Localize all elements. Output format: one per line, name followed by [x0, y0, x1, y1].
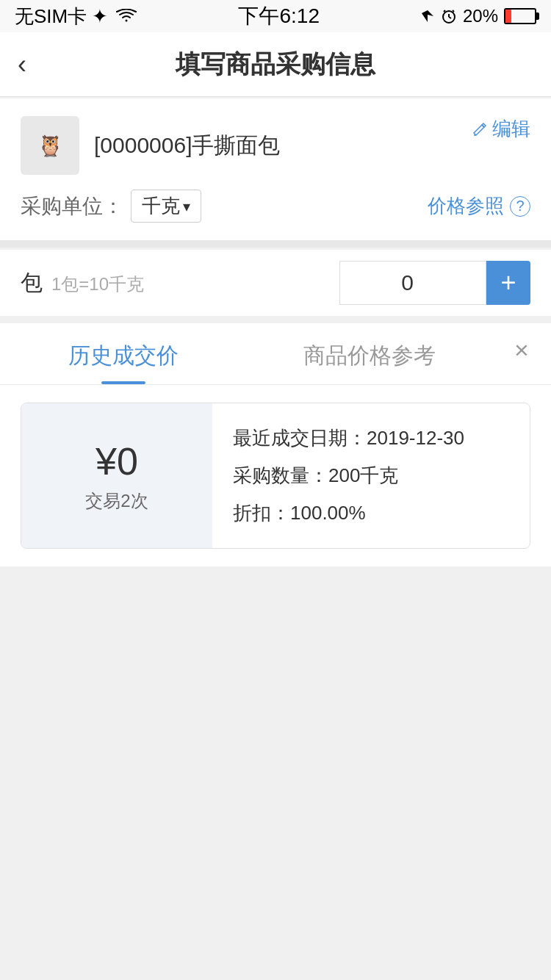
tab-history-price[interactable]: 历史成交价: [0, 323, 246, 384]
unit-dropdown-arrow: ▾: [183, 198, 190, 215]
price-detail-qty: 采购数量：200千克: [233, 461, 509, 490]
unit-label: 采购单位：: [21, 192, 123, 220]
qty-input-group: +: [339, 261, 530, 305]
price-card-container: ¥0 交易2次 最近成交日期：2019-12-30 采购数量：200千克 折扣：…: [0, 385, 551, 566]
price-amount: ¥0: [96, 439, 138, 483]
edit-button[interactable]: 编辑: [472, 116, 530, 142]
price-detail-date: 最近成交日期：2019-12-30: [233, 424, 509, 453]
battery-fill: [505, 10, 511, 23]
qty-plus-button[interactable]: +: [486, 261, 530, 305]
status-right: 20%: [420, 6, 536, 26]
qty-detail-value: 200千克: [328, 464, 398, 486]
price-ref-button[interactable]: 价格参照 ?: [428, 193, 530, 219]
location-icon: [420, 9, 435, 24]
qty-conversion-text: 1包=10千克: [51, 273, 144, 296]
price-ref-label: 价格参照: [428, 193, 504, 219]
status-bar: 无SIM卡 ✦ 下午6:12 20%: [0, 0, 551, 32]
svg-line-3: [444, 10, 445, 12]
status-time: 下午6:12: [238, 2, 320, 30]
battery-indicator: [504, 8, 536, 24]
price-ref-info-icon: ?: [510, 196, 530, 217]
discount-label: 折扣：: [233, 502, 290, 524]
qty-label-group: 包 1包=10千克: [21, 268, 144, 298]
recent-date-label: 最近成交日期：: [233, 427, 367, 449]
carrier-text: 无SIM卡 ✦: [15, 4, 108, 29]
product-thumbnail: 🦉: [21, 116, 79, 175]
alarm-icon: [441, 8, 457, 24]
qty-input[interactable]: [339, 261, 486, 305]
svg-line-4: [453, 10, 454, 12]
price-card: ¥0 交易2次 最近成交日期：2019-12-30 采购数量：200千克 折扣：…: [21, 403, 530, 549]
qty-label: 采购数量：: [233, 464, 328, 486]
battery-percent-text: 20%: [463, 6, 498, 26]
unit-value: 千克: [142, 193, 180, 219]
unit-select[interactable]: 千克 ▾: [131, 190, 201, 223]
tab-price-ref-label: 商品价格参考: [303, 343, 436, 367]
product-section: 🦉 [0000006]手撕面包 编辑 采购单位： 千克 ▾ 价格参照 ?: [0, 98, 551, 240]
price-value: 0: [117, 440, 138, 483]
product-left: 🦉 [0000006]手撕面包: [21, 116, 280, 175]
tab-history-label: 历史成交价: [68, 343, 179, 367]
qty-unit-text: 包: [21, 268, 43, 298]
edit-label: 编辑: [492, 116, 530, 142]
page-title: 填写商品采购信息: [176, 48, 375, 82]
quantity-row: 包 1包=10千克 +: [21, 250, 530, 316]
divider: [0, 240, 551, 248]
recent-date-value: 2019-12-30: [367, 427, 464, 449]
discount-value: 100.00%: [290, 502, 366, 524]
product-header: 🦉 [0000006]手撕面包 编辑: [21, 116, 530, 175]
back-button[interactable]: ‹: [18, 49, 26, 80]
price-detail-discount: 折扣：100.00%: [233, 499, 509, 527]
tabs-bar: 历史成交价 商品价格参考 ×: [0, 323, 551, 385]
close-icon: ×: [514, 336, 529, 364]
edit-icon: [472, 121, 488, 137]
svg-line-2: [449, 17, 451, 18]
unit-left: 采购单位： 千克 ▾: [21, 190, 201, 223]
tabs-section: 历史成交价 商品价格参考 × ¥0 交易2次 最近成交日期：20: [0, 323, 551, 566]
price-currency: ¥: [96, 440, 117, 483]
price-card-right: 最近成交日期：2019-12-30 采购数量：200千克 折扣：100.00%: [212, 403, 530, 548]
nav-bar: ‹ 填写商品采购信息: [0, 32, 551, 97]
product-unit-row: 采购单位： 千克 ▾ 价格参照 ?: [21, 190, 530, 223]
price-card-left: ¥0 交易2次: [21, 403, 212, 548]
main-content: 历史成交价 商品价格参考 × ¥0 交易2次 最近成交日期：20: [0, 323, 551, 764]
tab-product-price-ref[interactable]: 商品价格参考: [246, 323, 492, 384]
status-left: 无SIM卡 ✦: [15, 4, 137, 29]
tabs-close-button[interactable]: ×: [492, 336, 551, 372]
product-name: [0000006]手撕面包: [94, 131, 280, 161]
quantity-section: 包 1包=10千克 +: [0, 249, 551, 316]
wifi-icon: [115, 9, 137, 24]
price-transactions: 交易2次: [85, 489, 148, 513]
plus-icon: +: [500, 267, 516, 298]
product-thumb-icon: 🦉: [37, 134, 63, 158]
